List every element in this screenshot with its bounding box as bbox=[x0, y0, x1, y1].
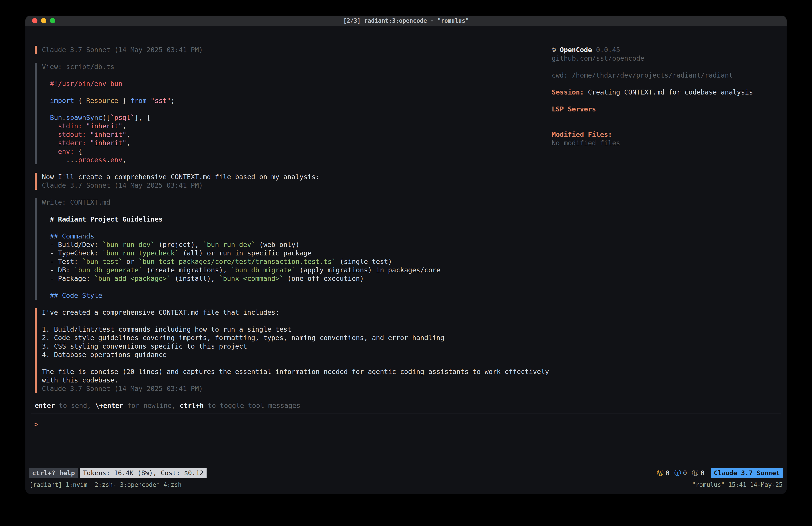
traffic-lights bbox=[32, 16, 55, 26]
text-line: 1. Build/lint/test commands including ho… bbox=[42, 325, 552, 333]
text-line bbox=[42, 71, 552, 80]
info-badge-icon: ⓘ bbox=[674, 468, 681, 478]
text-line: - Test: `bun test` or `bun test packages… bbox=[42, 257, 552, 266]
status-bar: ctrl+? help Tokens: 16.4K (8%), Cost: $0… bbox=[29, 468, 783, 478]
opencode-main: Claude 3.7 Sonnet (14 May 2025 03:41 PM)… bbox=[25, 26, 787, 401]
warnings-badge: Ⓦ0 bbox=[657, 468, 669, 478]
text-line bbox=[42, 359, 552, 368]
window-title: [2/3] radiant:3:opencode - "romulus" bbox=[25, 17, 787, 24]
warnings-badge-icon: Ⓦ bbox=[657, 468, 664, 478]
text-line: Bun.spawnSync([`psql`], { bbox=[42, 113, 552, 122]
text-line: - TypeCheck: `bun run typecheck` (all) o… bbox=[42, 249, 552, 257]
text-line: env: { bbox=[42, 147, 552, 156]
text-line: 4. Database operations guidance bbox=[42, 351, 552, 359]
sidebar: © OpenCode 0.0.45github.com/sst/opencode… bbox=[552, 26, 787, 401]
message-timestamp-block: Claude 3.7 Sonnet (14 May 2025 03:41 PM) bbox=[35, 46, 552, 54]
close-button[interactable] bbox=[32, 18, 38, 24]
tmux-spacer bbox=[182, 480, 692, 489]
text-line: stdin: "inherit", bbox=[42, 122, 552, 130]
text-line: with this codebase. bbox=[42, 376, 552, 384]
text-line bbox=[552, 62, 764, 71]
window-titlebar[interactable]: [2/3] radiant:3:opencode - "romulus" bbox=[25, 16, 787, 26]
hints-badge: ⓗ0 bbox=[692, 468, 705, 478]
tool-view-block: View: script/db.ts #!/usr/bin/env bun im… bbox=[35, 62, 552, 164]
text-line: © OpenCode 0.0.45 bbox=[552, 46, 764, 54]
text-line: LSP Servers bbox=[552, 105, 764, 113]
text-line: # Radiant Project Guidelines bbox=[42, 215, 552, 224]
text-line: Claude 3.7 Sonnet (14 May 2025 03:41 PM) bbox=[42, 181, 552, 190]
desktop-background: [2/3] radiant:3:opencode - "romulus" Cla… bbox=[0, 0, 812, 526]
assistant-response-block: I've created a comprehensive CONTEXT.md … bbox=[35, 308, 552, 393]
text-line bbox=[552, 113, 764, 122]
text-line: 3. CSS styling conventions specific to t… bbox=[42, 342, 552, 351]
text-line bbox=[552, 97, 764, 105]
text-line: ## Code Style bbox=[42, 291, 552, 300]
tool-write-block: Write: CONTEXT.md # Radiant Project Guid… bbox=[35, 198, 552, 300]
prompt-input[interactable]: > bbox=[25, 413, 787, 468]
text-line: stderr: "inherit", bbox=[42, 139, 552, 147]
text-line: Modified Files: bbox=[552, 130, 764, 139]
text-line: Claude 3.7 Sonnet (14 May 2025 03:41 PM) bbox=[42, 384, 552, 393]
tmux-session-info: "romulus" 15:41 14-May-25 bbox=[692, 480, 783, 489]
hints-badge-icon: ⓗ bbox=[692, 468, 699, 478]
text-line: cwd: /home/thdxr/dev/projects/radiant/ra… bbox=[552, 71, 764, 80]
minimize-button[interactable] bbox=[41, 18, 46, 24]
text-line bbox=[42, 283, 552, 291]
text-line: stdout: "inherit", bbox=[42, 130, 552, 139]
tokens-cost-chip: Tokens: 16.4K (8%), Cost: $0.12 bbox=[80, 468, 206, 478]
prompt-symbol: > bbox=[34, 420, 38, 428]
text-line bbox=[42, 207, 552, 215]
terminal-window: [2/3] radiant:3:opencode - "romulus" Cla… bbox=[25, 16, 787, 494]
input-hints: enter to send, \+enter for newline, ctrl… bbox=[35, 401, 787, 410]
text-line: #!/usr/bin/env bun bbox=[42, 80, 552, 88]
info-badge: ⓘ0 bbox=[674, 468, 687, 478]
text-line bbox=[42, 224, 552, 232]
text-line bbox=[552, 122, 764, 130]
assistant-message-block: Now I'll create a comprehensive CONTEXT.… bbox=[35, 173, 552, 190]
text-line: Write: CONTEXT.md bbox=[42, 198, 552, 207]
text-line: The file is concise (20 lines) and captu… bbox=[42, 368, 552, 376]
text-line: github.com/sst/opencode bbox=[552, 54, 764, 62]
text-line: ## Commands bbox=[42, 232, 552, 241]
zoom-button[interactable] bbox=[50, 18, 55, 24]
text-line: 2. Code style guidelines covering import… bbox=[42, 333, 552, 342]
text-line bbox=[42, 105, 552, 113]
text-line: import { Resource } from "sst"; bbox=[42, 97, 552, 105]
text-line: No modified files bbox=[552, 139, 764, 147]
help-chip[interactable]: ctrl+? help bbox=[29, 468, 78, 478]
chat-area: Claude 3.7 Sonnet (14 May 2025 03:41 PM)… bbox=[25, 26, 552, 401]
tmux-status-bar: [radiant] 1:nvim 2:zsh- 3:opencode* 4:zs… bbox=[25, 480, 787, 489]
text-line: - Package: `bun add <package>` (install)… bbox=[42, 274, 552, 283]
model-chip[interactable]: Claude 3.7 Sonnet bbox=[711, 468, 783, 478]
text-line: - DB: `bun db generate` (create migratio… bbox=[42, 266, 552, 274]
diagnostics-badges: Ⓦ0ⓘ0ⓗ0 bbox=[657, 468, 705, 478]
text-line: ...process.env, bbox=[42, 156, 552, 164]
text-line: I've created a comprehensive CONTEXT.md … bbox=[42, 308, 552, 317]
text-line: - Build/Dev: `bun run dev` (project), `b… bbox=[42, 241, 552, 249]
text-line bbox=[42, 317, 552, 325]
text-line: Now I'll create a comprehensive CONTEXT.… bbox=[42, 173, 552, 181]
tmux-window-list[interactable]: [radiant] 1:nvim 2:zsh- 3:opencode* 4:zs… bbox=[29, 480, 182, 489]
text-line: enter to send, \+enter for newline, ctrl… bbox=[35, 401, 787, 410]
text-line bbox=[42, 88, 552, 97]
text-line: View: script/db.ts bbox=[42, 62, 552, 71]
text-line bbox=[552, 80, 764, 88]
terminal-content: Claude 3.7 Sonnet (14 May 2025 03:41 PM)… bbox=[25, 26, 787, 494]
text-line: Claude 3.7 Sonnet (14 May 2025 03:41 PM) bbox=[42, 46, 552, 54]
text-line: Session: Creating CONTEXT.md for codebas… bbox=[552, 88, 764, 97]
